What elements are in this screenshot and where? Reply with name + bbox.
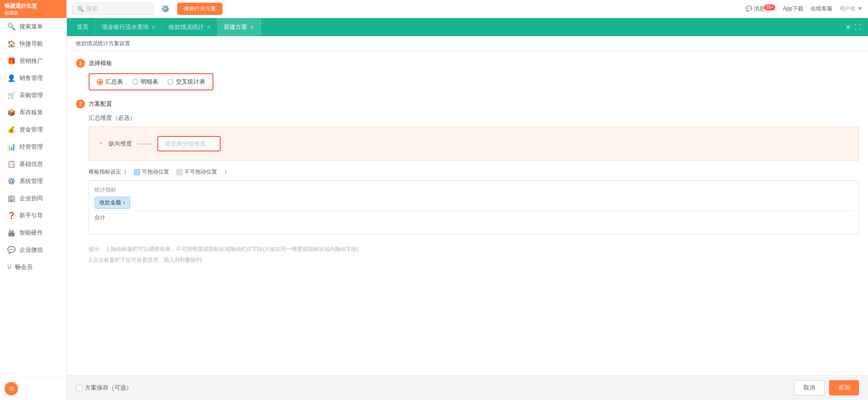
save-option[interactable]: 方案保存（可选） bbox=[76, 384, 132, 392]
save-label: 方案保存（可选） bbox=[85, 384, 132, 392]
question-icon: ❓ bbox=[7, 212, 16, 220]
logo-text: 畅捷通好生意 bbox=[5, 2, 37, 10]
metric-tag-payment-amount[interactable]: 收款金额 ▾ bbox=[94, 197, 130, 209]
industry-plan-button[interactable]: 体验行业方案 bbox=[177, 3, 222, 15]
sidebar-item-finance[interactable]: 💰 资金管理 bbox=[0, 121, 66, 138]
close-all-icon[interactable]: ✕ bbox=[845, 24, 851, 31]
sidebar-item-marketing[interactable]: 🎁 营销推广 bbox=[0, 52, 66, 70]
radio-cross[interactable]: 交叉统计表 bbox=[167, 78, 205, 86]
expand-icon[interactable]: ⛶ bbox=[854, 24, 861, 31]
tab-bank-flow-close[interactable]: ✕ bbox=[151, 24, 156, 30]
chevron-down-icon: ▾ bbox=[123, 200, 125, 205]
tab-home[interactable]: 首页 bbox=[71, 18, 95, 36]
tab-collection-stats[interactable]: 收款情况统计 ✕ bbox=[162, 18, 217, 36]
radio-summary[interactable]: 汇总表 bbox=[97, 78, 123, 86]
search-placeholder: 搜索 bbox=[87, 5, 98, 13]
online-service-link[interactable]: 在线客服 bbox=[811, 5, 832, 13]
money-icon: 💰 bbox=[7, 126, 16, 134]
tab-home-label: 首页 bbox=[77, 23, 89, 31]
dimension-area: * 纵向维度 —— 请选择分组维度 bbox=[89, 127, 859, 161]
config-section: 汇总维度（必选） * 纵向维度 —— 请选择分组维度 模板指标设定（ bbox=[89, 114, 859, 265]
cancel-button[interactable]: 取消 bbox=[794, 380, 825, 395]
sidebar-item-label: 资金管理 bbox=[19, 126, 43, 134]
sidebar-item-label: 企业微信 bbox=[19, 246, 43, 254]
metrics-group-label: 统计指标 bbox=[94, 186, 853, 194]
sidebar-item-label: 经营管理 bbox=[19, 143, 43, 151]
search-menu-icon: 🔍 bbox=[7, 23, 16, 31]
notifications-area[interactable]: 💬 消息 99+ bbox=[745, 5, 776, 13]
dimension-placeholder: 请选择分组维度 bbox=[165, 140, 206, 147]
tabbar: 首页 现金银行流水查询 ✕ 收款情况统计 ✕ 新建方案 ✕ ✕ ⛶ bbox=[67, 18, 868, 36]
arrow-icon: —— bbox=[137, 140, 152, 148]
radio-summary-inner bbox=[99, 80, 102, 84]
sidebar-logo: 畅捷通好生意 标准版 bbox=[0, 0, 66, 18]
sidebar-item-wechat[interactable]: 💬 企业微信 bbox=[0, 241, 66, 259]
sidebar-item-label: 搜索菜单 bbox=[19, 23, 43, 31]
gear-icon: ⚙️ bbox=[7, 177, 16, 185]
chart-icon: 📊 bbox=[7, 143, 16, 151]
sidebar-item-new-user[interactable]: ❓ 新手引导 bbox=[0, 207, 66, 224]
chat-icon: 💬 bbox=[7, 246, 16, 254]
bottom-bar: 方案保存（可选） 取消 查询 bbox=[67, 375, 868, 400]
sidebar-item-system[interactable]: ⚙️ 系统管理 bbox=[0, 173, 66, 190]
sidebar-item-basic-info[interactable]: 📋 基础信息 bbox=[0, 155, 66, 173]
app-download-link[interactable]: App下载 bbox=[783, 5, 803, 13]
sidebar-user-name: ··· bbox=[22, 386, 26, 391]
footer-buttons: 取消 查询 bbox=[794, 380, 859, 395]
subtotal-row: 合计 bbox=[94, 211, 853, 224]
radio-summary-label: 汇总表 bbox=[105, 78, 123, 86]
tab-bank-flow[interactable]: 现金银行流水查询 ✕ bbox=[95, 18, 162, 36]
metrics-tags: 收款金额 ▾ bbox=[94, 197, 853, 209]
sidebar-item-label: 新手引导 bbox=[19, 212, 43, 220]
tab-new-plan-close[interactable]: ✕ bbox=[250, 24, 254, 30]
sidebar-item-label: 企业协同 bbox=[19, 194, 43, 202]
metrics-legend-suffix: ） bbox=[224, 168, 230, 176]
tab-collection-stats-close[interactable]: ✕ bbox=[207, 24, 211, 30]
sidebar-item-label: 系统管理 bbox=[19, 177, 43, 185]
search-box[interactable]: 🔍 搜索 bbox=[72, 3, 154, 15]
gift-icon: 🎁 bbox=[7, 57, 16, 65]
metrics-section-label: 模板指标设定（ bbox=[89, 168, 127, 176]
legend-draggable: 可拖动位置 bbox=[134, 168, 169, 176]
save-checkbox[interactable] bbox=[76, 385, 82, 391]
radio-detail-circle bbox=[132, 79, 138, 85]
sidebar-item-vip[interactable]: V 畅会员 bbox=[0, 259, 66, 276]
sidebar-item-quick-nav[interactable]: 🏠 快捷导航 bbox=[0, 35, 66, 52]
step1-header: 1 选择模板 bbox=[76, 59, 859, 68]
search-icon: 🔍 bbox=[77, 6, 84, 12]
sidebar-bottom: 用 ··· bbox=[0, 377, 66, 400]
sidebar-item-sales[interactable]: 👤 销售管理 bbox=[0, 70, 66, 87]
radio-summary-circle bbox=[97, 79, 103, 85]
user-icon: 👤 bbox=[7, 74, 16, 82]
sidebar-item-search-menu[interactable]: 🔍 搜索菜单 bbox=[0, 18, 66, 35]
user-info[interactable]: 用户名 ▼ bbox=[840, 5, 863, 13]
hints-area: 提示： 1.拖动标题栏可以调整布局，不可跨维度或指标区域拖动栏目字段(只能在同一… bbox=[89, 244, 859, 265]
logo-edition: 标准版 bbox=[5, 10, 37, 16]
radio-cross-label: 交叉统计表 bbox=[176, 78, 205, 86]
fixed-legend-box bbox=[176, 169, 183, 175]
dimension-select[interactable]: 请选择分组维度 bbox=[157, 136, 221, 151]
main-area: 🔍 搜索 ⚙️ 体验行业方案 💬 消息 99+ App下载 在线客服 用户名 ▼… bbox=[67, 0, 868, 400]
box-icon: 📦 bbox=[7, 108, 16, 117]
step2-title: 方案配置 bbox=[89, 100, 112, 108]
template-selection-box: 汇总表 明细表 交叉统计表 bbox=[89, 73, 213, 90]
hint-1: 提示： 1.拖动标题栏可以调整布局，不可跨维度或指标区域拖动栏目字段(只能在同一… bbox=[89, 244, 859, 254]
legend-fixed: 不可拖动位置 bbox=[176, 168, 217, 176]
sidebar-item-label: 基础信息 bbox=[19, 160, 43, 168]
notifications-label: 消息 bbox=[754, 5, 764, 12]
step2-section: 2 方案配置 汇总维度（必选） * 纵向维度 —— 请选择分组维度 bbox=[76, 99, 859, 265]
query-button[interactable]: 查询 bbox=[829, 380, 859, 395]
metrics-header: 模板指标设定（ 可拖动位置 不可拖动位置 ） bbox=[89, 168, 859, 176]
subtotal-label: 合计 bbox=[94, 214, 105, 221]
sidebar-item-operations[interactable]: 📊 经营管理 bbox=[0, 138, 66, 155]
radio-detail[interactable]: 明细表 bbox=[132, 78, 158, 86]
sidebar-item-label: 库存核算 bbox=[19, 108, 43, 117]
tab-new-plan[interactable]: 新建方案 ✕ bbox=[217, 18, 261, 36]
notification-badge: 99+ bbox=[764, 5, 775, 10]
sidebar-item-purchase[interactable]: 🛒 采购管理 bbox=[0, 87, 66, 104]
settings-icon[interactable]: ⚙️ bbox=[161, 5, 170, 13]
sidebar-item-inventory[interactable]: 📦 库存核算 bbox=[0, 104, 66, 121]
sidebar-item-enterprise-collab[interactable]: 🏢 企业协同 bbox=[0, 190, 66, 207]
sidebar-item-smart-hardware[interactable]: 🖨️ 智能硬件 bbox=[0, 224, 66, 241]
radio-detail-label: 明细表 bbox=[141, 78, 158, 86]
